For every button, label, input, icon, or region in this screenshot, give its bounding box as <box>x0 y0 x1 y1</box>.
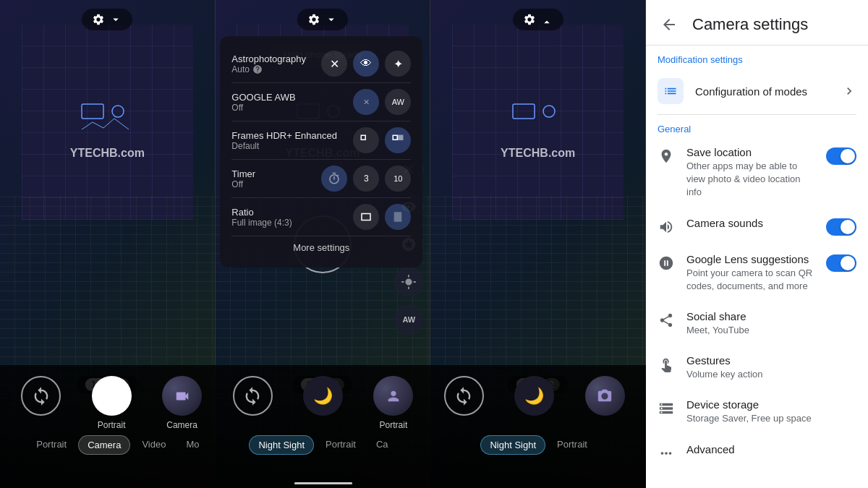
config-modes-chevron <box>842 84 856 98</box>
camera-section: YTECHB.com 1× 2 <box>0 0 646 488</box>
tab-blank-1[interactable] <box>7 435 25 455</box>
mode-gradient-1[interactable] <box>162 376 202 416</box>
frames-1-btn[interactable] <box>353 127 379 153</box>
sync-icon-3[interactable] <box>444 376 484 416</box>
sync-icon-1[interactable] <box>21 376 61 416</box>
storage-icon <box>658 400 675 417</box>
svg-rect-5 <box>393 135 398 140</box>
mode-label-portrait2: Portrait <box>380 420 408 430</box>
gesture-icon <box>658 356 675 373</box>
settings-pill-left[interactable] <box>82 9 132 30</box>
tab-ca-1[interactable]: Ca <box>367 435 397 455</box>
camera-icon-awb-off[interactable] <box>393 267 424 297</box>
settings-item-gestures[interactable]: Gestures Volume key action <box>646 346 868 390</box>
settings-pill-middle[interactable] <box>297 9 348 30</box>
astro-eye-btn[interactable]: 👁 <box>353 51 379 77</box>
config-modes-icon <box>658 78 684 104</box>
lens-title: Google Lens suggestions <box>686 253 814 265</box>
svg-rect-4 <box>362 135 366 140</box>
gestures-subtitle: Volume key action <box>686 368 856 381</box>
settings-item-storage[interactable]: Device storage Storage Saver, Free up sp… <box>646 390 868 434</box>
location-title: Save location <box>686 146 814 158</box>
sounds-toggle[interactable] <box>826 218 856 236</box>
sync-icon-2[interactable] <box>233 376 273 416</box>
svg-point-10 <box>543 106 555 117</box>
config-modes-title: Configuration of modes <box>695 85 830 98</box>
tab-portrait-2[interactable]: Portrait <box>317 435 365 455</box>
popup-row-astro: Astrophotography Auto ✕ 👁 ✦ <box>231 45 411 83</box>
popup-timer-label: Timer <box>231 168 255 179</box>
camera-circle-1[interactable] <box>92 376 132 416</box>
popup-row-awb: GOOGLE AWB Off ✕ AW <box>231 83 411 121</box>
night-circle-2[interactable] <box>514 376 554 416</box>
back-button[interactable] <box>658 13 681 36</box>
tab-nightsight-2[interactable]: Night Sight <box>480 435 545 455</box>
tab-nightsight-1[interactable]: Night Sight <box>249 435 314 455</box>
popup-awb-label: GOOGLE AWB <box>231 92 295 103</box>
tab-portrait-1[interactable]: Portrait <box>27 435 75 455</box>
share-subtitle: Meet, YouTube <box>686 324 856 337</box>
storage-title: Device storage <box>686 398 856 411</box>
camera-icon-aw[interactable]: AW <box>393 304 424 335</box>
lens-toggle[interactable] <box>826 254 856 272</box>
location-subtitle: Other apps may be able to view photo & v… <box>686 160 814 200</box>
config-modes-item[interactable]: Configuration of modes <box>646 68 868 114</box>
settings-item-location[interactable]: Save location Other apps may be able to … <box>646 137 868 208</box>
settings-panel: Camera settings Modification settings Co… <box>646 0 868 488</box>
settings-pill-right[interactable] <box>513 9 563 30</box>
ratio-1-btn[interactable] <box>353 204 379 230</box>
tab-mo-1[interactable]: Mo <box>177 435 208 455</box>
camera-popup: Astrophotography Auto ✕ 👁 ✦ GOOGLE <box>220 36 422 267</box>
svg-rect-9 <box>513 104 535 119</box>
storage-content: Device storage Storage Saver, Free up sp… <box>686 398 856 425</box>
night-circle-1[interactable] <box>303 376 343 416</box>
gestures-content: Gestures Volume key action <box>686 354 856 381</box>
popup-ratio-value: Full image (4:3) <box>231 218 292 228</box>
settings-item-share[interactable]: Social share Meet, YouTube <box>646 301 868 346</box>
tab-camera-1[interactable]: Camera <box>78 435 130 455</box>
timer-off-btn[interactable] <box>321 166 347 192</box>
awb-on-btn[interactable]: AW <box>385 89 411 115</box>
frames-2-btn[interactable] <box>385 127 411 153</box>
mode-group-sync3 <box>444 376 484 430</box>
popup-ratio-label: Ratio <box>231 207 292 218</box>
settings-item-lens[interactable]: Google Lens suggestions Point your camer… <box>646 244 868 301</box>
share-icon <box>658 312 675 329</box>
location-toggle[interactable] <box>826 147 856 165</box>
settings-header: Camera settings <box>646 0 868 46</box>
settings-title: Camera settings <box>692 15 808 34</box>
watermark-left: YTECHB.com <box>70 147 145 160</box>
mode-group-night2 <box>514 376 554 430</box>
settings-item-advanced[interactable]: Advanced <box>646 435 868 471</box>
mode-group-ca1 <box>585 376 625 430</box>
advanced-title: Advanced <box>686 443 856 455</box>
popup-row-frames: Frames HDR+ Enhanced Default <box>231 121 411 160</box>
tab-video-1[interactable]: Video <box>133 435 174 455</box>
timer-10-btn[interactable]: 10 <box>385 166 411 192</box>
sound-icon <box>658 218 675 236</box>
astro-star-btn[interactable]: ✦ <box>385 51 411 77</box>
lens-icon <box>658 254 675 272</box>
more-settings-button[interactable]: More settings <box>231 236 411 259</box>
ca-circle-1[interactable] <box>585 376 625 416</box>
popup-awb-value: Off <box>231 103 295 113</box>
location-content: Save location Other apps may be able to … <box>686 146 814 200</box>
lens-content: Google Lens suggestions Point your camer… <box>686 253 814 293</box>
awb-off-btn[interactable]: ✕ <box>353 89 379 115</box>
astro-off-btn[interactable]: ✕ <box>321 51 347 77</box>
mode-label-portrait1: Portrait <box>98 420 126 430</box>
popup-frames-value: Default <box>231 141 337 151</box>
help-icon[interactable] <box>252 64 263 74</box>
popup-frames-label: Frames HDR+ Enhanced <box>231 130 337 141</box>
timer-3-btn[interactable]: 3 <box>353 166 379 192</box>
portrait-circle-2[interactable] <box>373 376 413 416</box>
settings-item-sounds[interactable]: Camera sounds <box>646 208 868 244</box>
camera-modes-section: Portrait Camera <box>0 365 646 488</box>
ratio-2-btn[interactable] <box>385 204 411 230</box>
mode-label-camera1: Camera <box>166 420 197 430</box>
tab-portrait-3[interactable]: Portrait <box>548 435 596 455</box>
watermark-right: YTECHB.com <box>501 147 575 160</box>
svg-point-1 <box>112 106 124 117</box>
popup-timer-value: Off <box>231 179 255 189</box>
section-header-modification: Modification settings <box>646 46 868 68</box>
